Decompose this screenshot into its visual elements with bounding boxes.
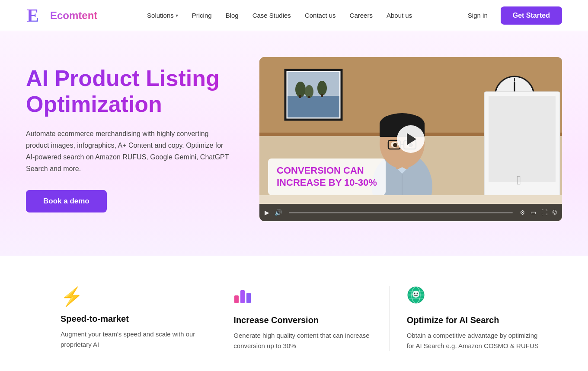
globe-svg bbox=[407, 286, 425, 304]
feature-desc-conversion: Generate high quality content that can i… bbox=[233, 330, 371, 351]
feature-desc-ai-search: Obtain a competitive advantage by optimi… bbox=[407, 330, 545, 351]
svg-rect-44 bbox=[234, 295, 239, 303]
svg-rect-46 bbox=[246, 293, 251, 303]
speed-icon: ⚡ bbox=[61, 286, 198, 307]
feature-title-speed: Speed-to-market bbox=[61, 314, 198, 324]
video-progress-bar[interactable] bbox=[289, 212, 513, 213]
nav-item-blog[interactable]: Blog bbox=[220, 8, 245, 22]
svg-rect-8 bbox=[288, 96, 339, 117]
video-sound-icon[interactable]: 🔊 bbox=[275, 209, 282, 216]
nav-item-careers[interactable]: Careers bbox=[344, 8, 379, 22]
svg-text:E: E bbox=[27, 6, 39, 25]
svg-point-53 bbox=[414, 293, 415, 294]
hero-section: AI Product Listing Optimization Automate… bbox=[0, 31, 588, 256]
bar-chart-svg bbox=[233, 286, 252, 304]
svg-rect-39 bbox=[489, 96, 556, 182]
header: E Ecomtent Solutions ▾ Pricing Blog Case… bbox=[0, 0, 588, 31]
play-triangle-icon bbox=[407, 133, 416, 145]
svg-point-34 bbox=[393, 143, 397, 147]
video-play-icon[interactable]: ▶ bbox=[265, 209, 269, 216]
logo-link[interactable]: E Ecomtent bbox=[26, 5, 97, 26]
hero-content: AI Product Listing Optimization Automate… bbox=[26, 57, 233, 212]
svg-rect-14 bbox=[308, 96, 310, 98]
book-demo-button[interactable]: Book a demo bbox=[26, 190, 107, 212]
video-settings-icon[interactable]: ⚙ bbox=[520, 209, 525, 216]
svg-point-52 bbox=[412, 291, 419, 298]
svg-rect-13 bbox=[299, 95, 301, 98]
svg-rect-45 bbox=[240, 290, 245, 303]
main-nav: Solutions ▾ Pricing Blog Case Studies Co… bbox=[141, 8, 418, 22]
video-controls-bar: ▶ 🔊 ⚙ ▭ ⛶ © bbox=[259, 204, 562, 221]
hero-title: AI Product Listing Optimization bbox=[26, 66, 233, 117]
feature-title-ai-search: Optimize for AI Search bbox=[407, 315, 545, 325]
ai-search-icon bbox=[407, 286, 545, 308]
svg-point-12 bbox=[317, 81, 327, 95]
video-play-button[interactable] bbox=[397, 125, 425, 153]
nav-item-case-studies[interactable]: Case Studies bbox=[246, 8, 297, 22]
nav-item-solutions[interactable]: Solutions ▾ bbox=[141, 8, 184, 22]
svg-rect-9 bbox=[288, 72, 339, 96]
hero-video:  CONVERSION CAN INCREASE BY 10-30% ▶ bbox=[259, 57, 562, 221]
svg-text::  bbox=[517, 174, 521, 187]
nav-item-contact-us[interactable]: Contact us bbox=[299, 8, 342, 22]
video-miniplayer-icon[interactable]: ▭ bbox=[530, 209, 536, 216]
get-started-button[interactable]: Get Started bbox=[501, 6, 562, 25]
logo-text: Ecomtent bbox=[50, 10, 97, 22]
feature-item-speed: ⚡ Speed-to-market Augment your team's sp… bbox=[26, 286, 216, 351]
sign-in-link[interactable]: Sign in bbox=[462, 8, 494, 22]
feature-desc-speed: Augment your team's speed and scale with… bbox=[61, 329, 198, 350]
ecomtent-logo-icon: E bbox=[26, 5, 47, 26]
conversion-text-line2: INCREASE BY 10-30% bbox=[277, 177, 377, 189]
feature-item-conversion: Increase Conversion Generate high qualit… bbox=[216, 286, 389, 351]
chevron-down-icon: ▾ bbox=[176, 13, 178, 19]
conversion-icon bbox=[233, 286, 371, 308]
nav-item-pricing[interactable]: Pricing bbox=[186, 8, 218, 22]
video-captions-icon[interactable]: © bbox=[553, 209, 557, 216]
video-thumbnail:  CONVERSION CAN INCREASE BY 10-30% bbox=[259, 57, 562, 221]
svg-point-54 bbox=[416, 293, 418, 294]
feature-item-ai-search: Optimize for AI Search Obtain a competit… bbox=[390, 286, 562, 351]
svg-rect-15 bbox=[321, 94, 323, 97]
svg-point-10 bbox=[295, 82, 306, 97]
nav-item-about-us[interactable]: About us bbox=[380, 8, 418, 22]
features-section: ⚡ Speed-to-market Augment your team's sp… bbox=[0, 256, 588, 371]
hero-description: Automate ecommerce merchandising with hi… bbox=[26, 128, 233, 175]
conversion-overlay: CONVERSION CAN INCREASE BY 10-30% bbox=[268, 159, 386, 195]
video-fullscreen-icon[interactable]: ⛶ bbox=[541, 209, 547, 216]
header-actions: Sign in Get Started bbox=[462, 6, 562, 25]
feature-title-conversion: Increase Conversion bbox=[233, 315, 371, 325]
conversion-text-line1: CONVERSION CAN bbox=[277, 165, 377, 177]
